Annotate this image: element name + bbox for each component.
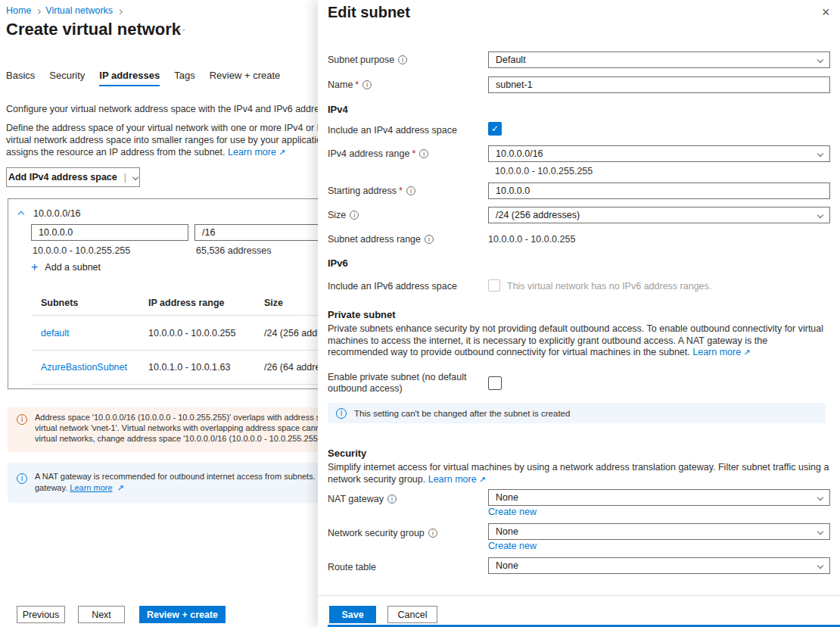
subnet-default-link[interactable]: default [41,328,70,338]
learn-more-link[interactable]: Learn more [228,147,276,158]
address-space-input[interactable] [31,224,188,241]
network-security-group-label: Network security groupi [328,528,437,538]
name-input[interactable] [488,76,830,93]
address-space-description-line1: Define the address space of your virtual… [6,122,362,134]
chevron-down-icon [132,174,138,180]
subnet-bastion-link[interactable]: AzureBastionSubnet [41,362,127,373]
external-link-icon: ↗ [117,483,124,492]
address-range-text: 10.0.0.0 - 10.0.255.255 [33,245,130,256]
column-header-subnets: Subnets [41,298,78,308]
address-space-cidr: 10.0.0.0/16 [33,208,81,219]
close-icon[interactable]: × [822,5,830,20]
route-table-value: None [496,560,518,571]
tab-ip-addresses[interactable]: IP addresses [99,70,160,86]
nat-create-new-link[interactable]: Create new [488,507,537,517]
include-ipv4-checkbox[interactable]: ✓ [488,122,502,136]
info-icon[interactable]: i [428,529,437,538]
next-button[interactable]: Next [78,606,125,623]
chevron-down-icon [817,151,823,157]
breadcrumb-virtual-networks-link[interactable]: Virtual networks [45,5,113,16]
subnet-purpose-dropdown[interactable]: Default [488,51,830,68]
info-icon[interactable]: i [362,80,372,89]
chevron-down-icon [817,563,823,569]
cancel-button[interactable]: Cancel [387,606,437,623]
chevron-down-icon [817,494,823,501]
size-dropdown[interactable]: /24 (256 addresses) [488,207,830,223]
nat-learn-more-link[interactable]: Learn more [70,483,112,492]
subnet-range-value: 10.0.0.0 - 10.0.0.255 [488,234,575,245]
add-icon: + [31,262,38,273]
add-ipv4-address-space-button[interactable]: Add IPv4 address space | [6,167,140,187]
tab-tags[interactable]: Tags [174,70,194,86]
collapse-chevron-icon[interactable] [18,211,24,217]
label-text: Name [328,80,353,90]
info-icon[interactable]: i [387,494,397,504]
private-subnet-section-header: Private subnet [328,309,396,320]
include-ipv6-checkbox [488,279,500,292]
chevron-down-icon [817,57,823,63]
breadcrumb-home-link[interactable]: Home [6,5,31,16]
tab-basics[interactable]: Basics [6,70,35,86]
nsg-create-new-link[interactable]: Create new [488,541,537,551]
network-security-group-dropdown[interactable]: None [488,523,830,540]
tab-review-create[interactable]: Review + create [210,70,281,86]
add-subnet-button[interactable]: + Add a subnet [31,262,101,273]
nat-gateway-dropdown[interactable]: None [488,489,830,506]
warning-line3: virtual networks, change address space '… [35,434,348,443]
tab-bar: Basics Security IP addresses Tags Review… [6,70,280,86]
breadcrumb-chevron-icon [36,9,41,14]
route-table-label: Route table [328,562,376,572]
ipv4-range-value: 10.0.0.0/16 [496,148,543,159]
checkmark-icon: ✓ [491,123,499,134]
external-link-icon: ↗ [743,348,750,357]
label-text: NAT gateway [328,494,384,504]
label-text: Size [328,210,346,220]
label-text: Subnet purpose [328,55,394,65]
info-icon[interactable]: i [350,211,359,220]
starting-address-input[interactable] [488,182,830,199]
review-create-button[interactable]: Review + create [139,606,226,623]
previous-button[interactable]: Previous [17,606,65,623]
include-ipv6-label: Include an IPv6 address space [328,281,457,292]
label-text: Starting address [328,186,397,196]
address-space-description-line3: assigns the resource an IP address from … [6,146,285,158]
private-subnet-description: Private subnets enhance security by not … [328,323,826,359]
network-security-group-value: None [496,526,518,537]
ipv4-range-helper: 10.0.0.0 - 10.0.255.255 [495,166,593,176]
private-subnet-info-banner: i This setting can't be changed after th… [328,403,826,423]
more-icon[interactable]: ··· [174,23,186,35]
private-learn-more-link[interactable]: Learn more [692,347,741,357]
include-ipv4-label: Include an IPv4 address space [328,125,457,136]
required-mark: * [399,186,403,196]
info-icon[interactable]: i [398,55,407,64]
tab-security[interactable]: Security [49,70,85,86]
enable-private-subnet-label: Enable private subnet (no default outbou… [328,372,483,395]
save-button[interactable]: Save [329,606,376,623]
info-icon: i [336,408,347,419]
security-description: Simplify internet access for virtual mac… [328,462,831,485]
description-text: assigns the resource an IP address from … [6,147,226,158]
chevron-down-icon [817,212,823,218]
label-text: Subnet address range [328,234,421,245]
warning-line2: virtual network 'vnet-1'. Virtual networ… [35,423,338,432]
private-subnet-info-text: This setting can't be changed after the … [354,409,570,418]
subnet-range-label: Subnet address rangei [328,234,434,245]
size-value: /24 (256 addresses) [496,210,580,220]
subnet-range-cell: 10.0.1.0 - 10.0.1.63 [148,362,230,373]
route-table-dropdown[interactable]: None [488,557,830,574]
breadcrumb-chevron-icon [117,9,123,14]
subnet-range-cell: 10.0.0.0 - 10.0.0.255 [148,328,235,338]
info-icon[interactable]: i [406,186,415,195]
name-label: Name*i [328,80,372,90]
info-icon[interactable]: i [419,149,428,158]
ipv6-disabled-note: This virtual network has no IPv6 address… [507,281,711,292]
security-section-header: Security [328,448,366,459]
ipv4-range-dropdown[interactable]: 10.0.0.0/16 [488,145,830,162]
info-icon[interactable]: i [425,235,434,244]
subnet-purpose-value: Default [496,55,526,65]
security-learn-more-link[interactable]: Learn more [428,474,477,485]
subnet-purpose-label: Subnet purposei [328,55,407,65]
nat-gateway-label: NAT gatewayi [328,494,397,504]
enable-private-subnet-checkbox[interactable] [488,376,502,390]
chevron-down-icon [817,529,823,535]
